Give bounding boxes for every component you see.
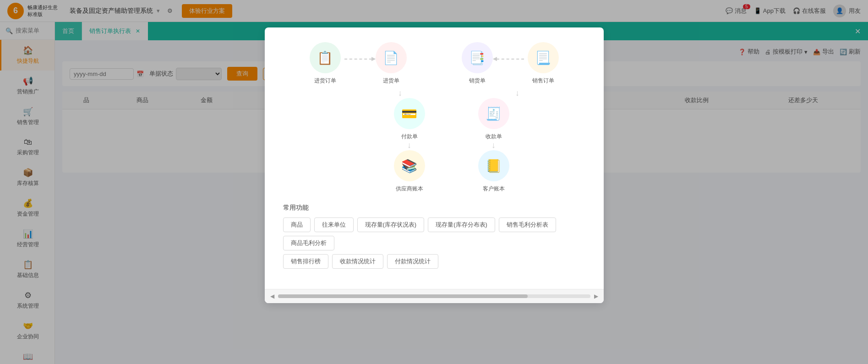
down-arrow-purchase: ↓ (385, 88, 416, 98)
flow-node-customer-ledger[interactable]: 📒 客户账本 (478, 150, 509, 193)
sales-label: 销货单 (469, 77, 486, 85)
down-arrow-payment: ↓ (394, 141, 425, 150)
purchase-order-label: 进货订单 (314, 77, 336, 85)
scrollbar-thumb (278, 294, 528, 298)
customer-ledger-label: 客户账本 (483, 185, 505, 193)
spacer (416, 88, 502, 98)
flow-row-3: 📚 供应商账本 📒 客户账本 (283, 150, 585, 193)
flow-node-payment[interactable]: 💳 付款单 (394, 98, 425, 141)
func-btn-payment-stats[interactable]: 付款情况统计 (387, 254, 438, 269)
receipt-icon: 🧾 (478, 98, 509, 129)
flow-node-receipt[interactable]: 🧾 收款单 (478, 98, 509, 141)
flow-row-2: 💳 付款单 🧾 收款单 (283, 98, 585, 141)
func-btn-sales-rank[interactable]: 销售排行榜 (283, 254, 328, 269)
common-functions-title: 常用功能 (283, 204, 585, 212)
spacer5 (425, 141, 478, 150)
arrow-2 (497, 59, 524, 60)
func-btn-product[interactable]: 商品 (283, 217, 311, 232)
func-buttons-row-1: 商品 往来单位 现存量(库存状况表) 现存量(库存分布表) 销售毛利分析表 商品… (283, 217, 585, 250)
payment-icon: 💳 (394, 98, 425, 129)
purchase-label: 进货单 (383, 77, 399, 85)
func-btn-stock-dist[interactable]: 现存量(库存分布表) (428, 217, 495, 232)
func-btn-sales-gross[interactable]: 销售毛利分析表 (499, 217, 556, 232)
sales-order-label: 销售订单 (532, 77, 554, 85)
flow-node-sales-order[interactable]: 📃 销售订单 (528, 42, 559, 85)
func-btn-receipt-stats[interactable]: 收款情况统计 (332, 254, 383, 269)
flow-node-purchase[interactable]: 📄 进货单 (376, 42, 407, 85)
down-arrow-sales: ↓ (502, 88, 533, 98)
modal-body: 📋 进货订单 📄 进货单 (265, 27, 604, 289)
scroll-left-btn[interactable]: ◀ (270, 293, 274, 299)
payment-label: 付款单 (401, 133, 418, 141)
flow-node-supplier-ledger[interactable]: 📚 供应商账本 (394, 150, 425, 193)
common-functions-section: 常用功能 商品 往来单位 现存量(库存状况表) 现存量(库存分布表) 销售毛利分… (283, 204, 585, 269)
flow-row-1: 📋 进货订单 📄 进货单 (283, 42, 585, 85)
func-btn-partners[interactable]: 往来单位 (314, 217, 354, 232)
down-arrows-row: ↓ ↓ (283, 88, 585, 98)
flow-modal: 📋 进货订单 📄 进货单 (265, 27, 604, 303)
customer-ledger-icon: 📒 (478, 150, 509, 181)
supplier-ledger-label: 供应商账本 (396, 185, 423, 193)
down-arrows-row-2: ↓ ↓ (283, 141, 585, 150)
func-buttons-row-2: 销售排行榜 收款情况统计 付款情况统计 (283, 254, 585, 269)
arrow-1 (344, 59, 372, 60)
receipt-label: 收款单 (486, 133, 502, 141)
modal-overlay[interactable]: 📋 进货订单 📄 进货单 (0, 0, 868, 364)
spacer4 (359, 141, 394, 150)
scroll-right-btn[interactable]: ▶ (594, 293, 598, 299)
dashed-arrow-2 (497, 59, 524, 60)
purchase-icon: 📄 (376, 42, 407, 73)
dashed-arrow-1 (344, 59, 372, 60)
down-arrow-receipt: ↓ (478, 141, 509, 150)
flow-node-sales[interactable]: 📑 销货单 (462, 42, 493, 85)
func-btn-product-gross[interactable]: 商品毛利分析 (283, 236, 334, 250)
supplier-ledger-icon: 📚 (394, 150, 425, 181)
scrollbar-track (278, 294, 590, 298)
modal-scrollbar: ◀ ▶ (265, 289, 604, 303)
purchase-order-icon: 📋 (310, 42, 341, 73)
func-btn-stock-status[interactable]: 现存量(库存状况表) (357, 217, 425, 232)
flow-node-purchase-order[interactable]: 📋 进货订单 (310, 42, 341, 85)
flow-diagram-container: 📋 进货订单 📄 进货单 (283, 42, 585, 193)
sales-icon: 📑 (462, 42, 493, 73)
sales-order-icon: 📃 (528, 42, 559, 73)
